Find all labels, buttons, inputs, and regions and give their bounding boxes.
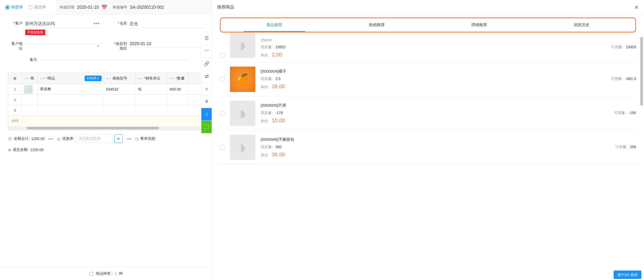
customer-input[interactable]: 苏州万达沃尔玛 ••• [25, 20, 102, 28]
radio-icon [28, 5, 33, 10]
stock-value: 2.5 [275, 77, 280, 81]
discount-icon: ◷ [135, 136, 139, 141]
recommend-item[interactable]: 🍊 [0000004]橘子 现存量:2.5 可用量:-681.5 单价:28.0… [217, 62, 639, 96]
tool-chart-icon[interactable]: 〰 [201, 45, 212, 57]
tool-doc-icon[interactable]: ☰ [201, 32, 212, 45]
chevron-down-icon[interactable]: ⌄ [96, 43, 100, 48]
row-product[interactable]: 果倍爽 [38, 84, 104, 94]
deal-label: 成交金额: [13, 147, 29, 152]
selected-return-button[interactable]: 选中(0) 返回 [614, 270, 641, 279]
table-row[interactable]: 1 果倍爽 534532 包 400.00 [8, 84, 203, 95]
right-header: 推荐商品 ✕ [212, 0, 644, 15]
warehouse-input[interactable]: 总仓 [130, 20, 204, 28]
gear-column[interactable]: ⚙ [8, 73, 22, 84]
due-input[interactable]: 2020-01-10 [130, 40, 204, 48]
footer-bar: ◯ 商品种类 : 1 种 [0, 267, 212, 280]
product-image: 🍊 [230, 67, 255, 92]
horizontal-scrollbar[interactable] [8, 126, 203, 130]
col-qty[interactable]: ▲▼*数量 [167, 73, 189, 84]
amount-label: 金额合计: [14, 136, 30, 141]
tool-star-icon[interactable]: ☆ [201, 108, 212, 121]
kinds-label: 商品种类 : [96, 271, 113, 276]
date-label: 单据日期 [60, 5, 74, 10]
row-index: 1 [8, 84, 22, 94]
item-name: 250ml [261, 38, 636, 42]
tab-history[interactable]: 浏览历史 [530, 20, 633, 30]
deal-value: 1200.00 [30, 148, 44, 152]
avail-label: 可用量: [611, 45, 623, 50]
avail-value: 19903 [626, 45, 636, 50]
item-name: [0000006]手撕面包 [261, 137, 636, 142]
tab-hot[interactable]: 热销推荐 [326, 20, 428, 30]
header-fields: 单据日期 2020-01-10 📅 单据编号 SA-20200110-001 [57, 4, 167, 10]
recommend-item[interactable]: ◗ [0000006]手撕面包 现存量:300 可用量:256 单价:38.00 [217, 130, 639, 165]
row-qty[interactable]: 400.00 [167, 84, 189, 94]
deal-icon: ◈ [8, 147, 11, 152]
address-label: 客户地址 [8, 40, 22, 51]
customer-label: *客户 [8, 20, 22, 26]
remark-input[interactable] [40, 57, 188, 60]
product-thumb-icon [24, 85, 33, 94]
date-value[interactable]: 2020-01-10 [77, 5, 99, 10]
tab-sales-label: 销货单 [11, 5, 23, 10]
tool-person-icon[interactable]: ⍝ [201, 83, 212, 95]
close-icon[interactable]: ✕ [634, 4, 639, 11]
doc-type-tabs: 销货单 退货单 [0, 0, 57, 15]
minus-icon: — [126, 136, 131, 142]
product-image-placeholder: ◗ [230, 32, 255, 58]
tab-sales-order[interactable]: 销货单 [5, 5, 23, 10]
table-header: ⚙ ▲▼商 ▲▼*商品扫码录入 ▲▼规格型号 ▲▼*销售单位 ▲▼*数量 [8, 73, 203, 84]
coupon-icon: ◎ [57, 136, 61, 141]
more-icon[interactable]: ••• [94, 21, 100, 26]
avail-value: -190 [629, 111, 636, 115]
row-index: 3 [8, 105, 22, 115]
item-checkbox[interactable] [220, 111, 225, 116]
tab-return-label: 退货单 [34, 5, 46, 10]
totals-bar: ㊙ 金额合计: 1200.00 — ◎ 优惠券: 无匹配优惠券 ⟳ — ◷ 整单… [0, 130, 212, 147]
tab-slow[interactable]: 滞销推荐 [428, 20, 530, 30]
vertical-scrollbar[interactable] [640, 37, 643, 106]
item-checkbox[interactable] [220, 53, 225, 58]
refresh-coupon-button[interactable]: ⟳ [114, 134, 123, 143]
row-spec[interactable]: 534532 [104, 84, 136, 94]
due-label: *收款到期日 [112, 40, 127, 51]
recommend-list[interactable]: ◗ 250ml 现存量:19952 可用量:19903 单价:2.00 🍊 [0… [212, 32, 644, 265]
stock-value: 19952 [275, 45, 286, 50]
item-checkbox[interactable] [220, 145, 225, 150]
right-title: 推荐商品 [217, 4, 234, 10]
col-unit[interactable]: ▲▼*销售单位 [136, 73, 167, 84]
product-image-placeholder: ◗ [230, 135, 255, 160]
table-row[interactable]: 2 [8, 95, 203, 105]
table-row[interactable]: 3 [8, 105, 203, 116]
recommend-item[interactable]: ◗ [0000005]芒果 现存量:-178 可用量:-190 单价:10.00 [217, 96, 639, 130]
recommend-item[interactable]: ◗ 250ml 现存量:19952 可用量:19903 单价:2.00 [217, 32, 639, 62]
col-spec[interactable]: ▲▼规格型号 [104, 73, 136, 84]
tool-yen-icon[interactable]: ¥ [201, 95, 212, 108]
side-toolbar: ☰ 〰 🔗 ⇄ ⍝ ¥ ☆ ⛶ [201, 32, 212, 134]
tool-expand-icon[interactable]: ⛶ [201, 121, 212, 133]
no-label: 单据编号 [112, 5, 127, 10]
price-value: 38.00 [272, 152, 285, 158]
col-shang[interactable]: ▲▼商 [22, 73, 38, 84]
price-value: 28.00 [272, 83, 285, 90]
address-input[interactable]: ⌄ [25, 41, 102, 44]
line-items-table: ⚙ ▲▼商 ▲▼*商品扫码录入 ▲▼规格型号 ▲▼*销售单位 ▲▼*数量 1 果… [8, 73, 204, 130]
tool-exchange-icon[interactable]: ⇄ [201, 70, 212, 83]
row-unit[interactable]: 包 [136, 84, 167, 94]
warehouse-label: *仓库 [112, 20, 127, 26]
scan-badge[interactable]: 扫码录入 [85, 76, 102, 81]
coupon-input[interactable]: 无匹配优惠券 [76, 134, 113, 143]
tool-link-icon[interactable]: 🔗 [201, 57, 212, 70]
price-label: 单价: [261, 53, 269, 58]
price-value: 10.00 [272, 118, 285, 124]
col-product[interactable]: ▲▼*商品扫码录入 [38, 73, 104, 84]
remark-label: 备注 [8, 56, 37, 62]
form-area: *客户 苏州万达沃尔玛 ••• 不固定账期 *仓库 总仓 客户地址 [0, 15, 212, 73]
tab-new[interactable]: 新品推荐 [223, 20, 326, 30]
item-checkbox[interactable] [220, 77, 225, 82]
item-name: [0000004]橘子 [261, 69, 636, 74]
tab-return-order[interactable]: 退货单 [28, 5, 46, 10]
coupon-label: 优惠券: [62, 136, 74, 141]
calendar-icon[interactable]: 📅 [101, 4, 107, 10]
kinds-suffix: 种 [119, 271, 123, 276]
